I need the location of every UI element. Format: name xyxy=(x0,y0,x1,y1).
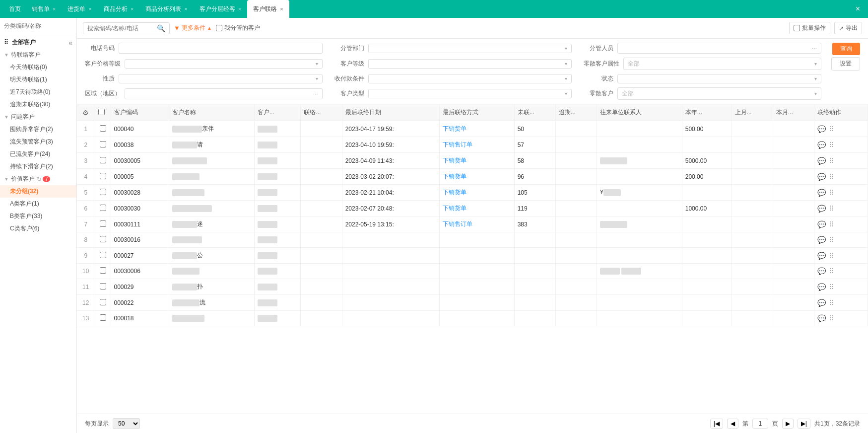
close-all-button[interactable]: × xyxy=(852,4,864,13)
sidebar-item-churned[interactable]: 已流失客户(24) xyxy=(0,148,76,160)
last-method-link[interactable]: 下销货单 xyxy=(443,157,467,164)
reset-button[interactable]: 设置 xyxy=(831,57,860,71)
tab-customer-contact[interactable]: 客户联络 × xyxy=(247,0,289,18)
chat-icon[interactable]: 💬 xyxy=(817,283,826,291)
sidebar-item-declining[interactable]: 持续下滑客户(2) xyxy=(0,160,76,173)
chat-icon[interactable]: 💬 xyxy=(817,299,826,307)
close-icon[interactable]: × xyxy=(184,6,187,12)
row-year-amount xyxy=(682,311,732,326)
tab-product-analysis-list[interactable]: 商品分析列表 × xyxy=(139,0,193,18)
chat-icon[interactable]: 💬 xyxy=(817,236,826,244)
grid-icon[interactable]: ⠿ xyxy=(829,125,834,133)
sidebar-item-b-class[interactable]: B类客户(33) xyxy=(0,210,76,222)
dept-select[interactable]: ▾ xyxy=(368,44,572,53)
cust-type-label: 客户类型 xyxy=(334,89,364,98)
next-page-button[interactable]: ▶ xyxy=(782,419,794,429)
phone-input[interactable] xyxy=(119,43,323,54)
grid-icon[interactable]: ⠿ xyxy=(829,314,834,322)
last-method-link[interactable]: 下销货单 xyxy=(443,205,467,212)
cust-type-select[interactable]: ▾ xyxy=(368,89,572,98)
grid-icon[interactable]: ⠿ xyxy=(829,157,834,165)
search-input[interactable] xyxy=(87,25,157,32)
sidebar-group-problem[interactable]: ▼ 问题客户 xyxy=(0,111,76,123)
bulk-action-button[interactable]: 批量操作 xyxy=(789,22,830,34)
export-button[interactable]: ↗ 导出 xyxy=(834,22,862,34)
tab-sales[interactable]: 销售单 × xyxy=(26,0,62,18)
sidebar-item-abnormal[interactable]: 囤购异常客户(2) xyxy=(0,123,76,136)
grid-icon[interactable]: ⠿ xyxy=(829,189,834,197)
close-icon[interactable]: × xyxy=(280,6,283,12)
tab-home[interactable]: 首页 xyxy=(4,0,26,18)
close-icon[interactable]: × xyxy=(238,6,241,12)
last-method-link[interactable]: 下销售订单 xyxy=(443,220,472,227)
grid-icon[interactable]: ⠿ xyxy=(829,236,834,244)
sidebar-item-c-class[interactable]: C类客户(6) xyxy=(0,222,76,235)
select-all-checkbox[interactable] xyxy=(98,109,105,115)
more-conditions-button[interactable]: ▼ 更多条件 ▲ xyxy=(174,24,212,32)
collapse-icon[interactable]: « xyxy=(68,39,72,47)
payment-select[interactable]: ▾ xyxy=(368,74,572,83)
prev-page-button[interactable]: ◀ xyxy=(727,419,738,429)
all-customers-header[interactable]: ⠿ 全部客户 « xyxy=(0,34,76,49)
sidebar-item-overdue[interactable]: 逾期未联络(30) xyxy=(0,98,76,111)
close-icon[interactable]: × xyxy=(131,6,134,12)
page-size-select[interactable]: 50 100 200 xyxy=(113,418,140,429)
chat-icon[interactable]: 💬 xyxy=(817,220,826,228)
grid-icon[interactable]: ⠿ xyxy=(829,283,834,291)
first-page-button[interactable]: |◀ xyxy=(710,419,723,429)
grid-icon[interactable]: ⠿ xyxy=(829,205,834,213)
manager-select[interactable]: ··· xyxy=(617,43,821,54)
chat-icon[interactable]: 💬 xyxy=(817,252,826,260)
last-method-link[interactable]: 下销货单 xyxy=(443,189,467,196)
chat-icon[interactable]: 💬 xyxy=(817,125,826,133)
page-input[interactable] xyxy=(752,419,768,429)
sidebar-item-7days[interactable]: 近7天待联络(0) xyxy=(0,86,76,98)
grid-icon[interactable]: ⠿ xyxy=(829,267,834,275)
chat-icon[interactable]: 💬 xyxy=(817,205,826,213)
row-name xyxy=(169,264,254,279)
last-method-link[interactable]: 下销货单 xyxy=(443,125,467,132)
scattered-select[interactable]: 全部 ▾ xyxy=(617,87,821,100)
cust-grade-select[interactable]: ▾ xyxy=(368,59,572,69)
sidebar-item-a-class[interactable]: A类客户(1) xyxy=(0,198,76,210)
chat-icon[interactable]: 💬 xyxy=(817,189,826,197)
chat-icon[interactable]: 💬 xyxy=(817,314,826,322)
row-overdue xyxy=(555,216,597,232)
row-c2 xyxy=(301,153,342,169)
search-icon[interactable]: 🔍 xyxy=(157,24,165,32)
price-grade-select[interactable]: ▾ xyxy=(125,59,323,69)
chat-icon[interactable]: 💬 xyxy=(817,157,826,165)
my-customers-checkbox[interactable]: 我分管的客户 xyxy=(216,24,260,32)
sidebar-item-unclassified[interactable]: 未分组(32) xyxy=(0,185,76,198)
tab-product-analysis[interactable]: 商品分析 × xyxy=(98,0,139,18)
sidebar-item-today[interactable]: 今天待联络(0) xyxy=(0,61,76,73)
status-select[interactable]: ▾ xyxy=(617,74,821,83)
grid-icon[interactable]: ⠿ xyxy=(829,173,834,181)
sidebar-group-pending[interactable]: ▼ 待联络客户 xyxy=(0,49,76,61)
close-icon[interactable]: × xyxy=(88,6,91,12)
tab-customer-segment[interactable]: 客户分层经客 × xyxy=(194,0,247,18)
sidebar-search-input[interactable] xyxy=(4,22,77,29)
sidebar-group-score[interactable]: ▼ 价值客户 ↻ 7 xyxy=(0,173,76,185)
chat-icon[interactable]: 💬 xyxy=(817,267,826,275)
grid-icon[interactable]: ⠿ xyxy=(829,299,834,307)
close-icon[interactable]: × xyxy=(53,6,56,12)
last-page-button[interactable]: ▶| xyxy=(798,419,810,429)
tab-purchase[interactable]: 进货单 × xyxy=(62,0,97,18)
grid-icon[interactable]: ⠿ xyxy=(829,220,834,228)
region-select[interactable]: ··· xyxy=(125,88,323,99)
row-contact xyxy=(597,232,682,248)
scattered-attr-select[interactable]: 全部 ▾ xyxy=(623,58,821,70)
grid-icon[interactable]: ⠿ xyxy=(829,141,834,149)
chat-icon[interactable]: 💬 xyxy=(817,141,826,149)
chat-icon[interactable]: 💬 xyxy=(817,173,826,181)
grid-icon[interactable]: ⠿ xyxy=(829,252,834,260)
sidebar-item-tomorrow[interactable]: 明天待联络(1) xyxy=(0,73,76,86)
last-method-link[interactable]: 下销售订单 xyxy=(443,141,472,148)
refresh-icon[interactable]: ↻ xyxy=(37,176,42,183)
last-method-link[interactable]: 下销货单 xyxy=(443,173,467,180)
sidebar-item-churn-warning[interactable]: 流失预警客户(3) xyxy=(0,136,76,148)
query-button[interactable]: 查询 xyxy=(832,43,860,55)
nature-select[interactable]: ▾ xyxy=(119,74,323,83)
gear-icon[interactable]: ⚙ xyxy=(82,109,89,117)
